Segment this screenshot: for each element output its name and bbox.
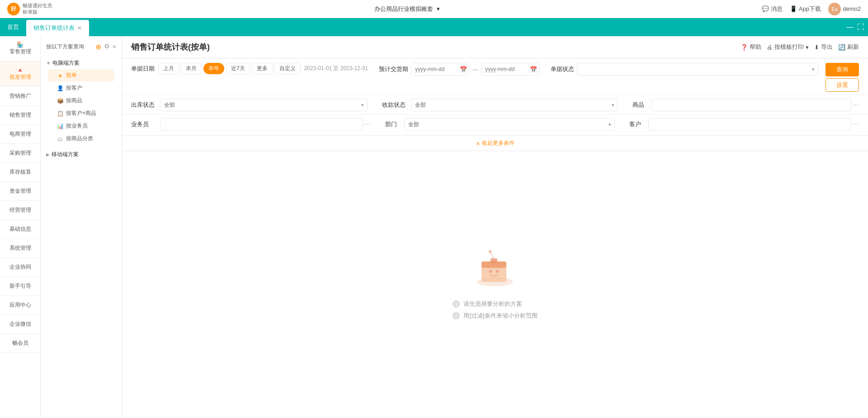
collapse-bar[interactable]: ∧ 收起更多条件 [122, 136, 868, 151]
empty-state: 1 请先选择要分析的方案 2 用[过滤]条件来缩小分析范围 [122, 151, 868, 418]
by-product-icon: 📦 [57, 98, 63, 104]
salesperson-input-wrap: ··· [160, 118, 371, 131]
date-buttons: 上月 本月 本年 近7天 更多 自定义 [158, 63, 301, 74]
chevron-down-icon: ▾ [437, 5, 440, 12]
scheme-by-customer[interactable]: 👤 按客户 [48, 82, 114, 94]
customer-label: 客户 [629, 120, 643, 128]
salesperson-dots-btn[interactable]: ··· [365, 120, 371, 128]
department-select[interactable]: 全部 [404, 118, 615, 131]
collapse-label: 收起更多条件 [482, 139, 514, 147]
expected-end-input[interactable] [481, 63, 540, 76]
sidebar-item-app-center[interactable]: 应用中心 [0, 296, 40, 315]
empty-hint-2: 2 用[过滤]条件来缩小分析范围 [453, 312, 537, 320]
scheme-by-order[interactable]: ● 按单 [48, 69, 114, 81]
delivery-status-select[interactable]: 全部 未出库 部分出库 已出库 [160, 99, 368, 111]
tab-home[interactable]: 首页 [0, 18, 26, 36]
scheme-by-product-cat[interactable]: 🗂 按商品分类 [48, 133, 114, 145]
pc-group-title[interactable]: ▼ 电脑端方案 [46, 57, 116, 69]
scheme-tree: ▼ 电脑端方案 ● 按单 👤 按客户 📦 按商品 [41, 54, 122, 164]
doc-status-select[interactable]: 全部 草稿 审核中 已审核 [577, 63, 818, 76]
settings-btn[interactable]: 设置 [826, 78, 859, 92]
refresh-btn[interactable]: 🔄 刷新 [838, 43, 859, 51]
sidebar-item-marketing[interactable]: 营销推广 [0, 87, 40, 106]
page-actions: ❓ 帮助 🖨 按模板打印 ▾ ⬇ 导出 🔄 刷新 [741, 43, 859, 51]
scheme-by-product[interactable]: 📦 按商品 [48, 95, 114, 107]
logo-area: 好 畅捷通好生意 标准版 [7, 3, 52, 15]
tab-maximize-btn[interactable]: ⛶ [857, 23, 864, 31]
workspace-selector[interactable]: 办公用品行业模拟账套 ▾ [374, 5, 440, 13]
salesperson-input[interactable] [160, 118, 363, 131]
customer-input[interactable] [648, 118, 851, 131]
sidebar-item-sales[interactable]: 销售管理 [0, 106, 40, 125]
customer-input-wrap: ··· [648, 118, 859, 131]
tab-bar-actions: — ⛶ [846, 23, 864, 31]
customer-dots-btn[interactable]: ··· [853, 120, 859, 128]
empty-hint-list: 1 请先选择要分析的方案 2 用[过滤]条件来缩小分析范围 [453, 300, 537, 323]
svg-point-7 [489, 250, 491, 253]
sidebar-item-member[interactable]: 畅会员 [0, 334, 40, 353]
sidebar-item-wechat[interactable]: 企业微信 [0, 315, 40, 334]
add-scheme-btn[interactable]: ⊕ [95, 43, 101, 51]
empty-illustration [468, 246, 522, 291]
more-btn[interactable]: 更多 [252, 63, 273, 74]
sidebar-item-system[interactable]: 系统管理 [0, 239, 40, 258]
product-label: 商品 [632, 101, 646, 109]
export-btn[interactable]: ⬇ 导出 [814, 43, 833, 51]
page-title: 销售订单统计表(按单) [131, 42, 210, 52]
query-btn[interactable]: 查询 [826, 63, 859, 76]
svg-point-5 [496, 270, 499, 273]
collapse-panel-btn[interactable]: « [113, 43, 116, 51]
product-dots-btn[interactable]: ··· [853, 101, 859, 109]
sidebar-item-newbie[interactable]: 新手引导 [0, 277, 40, 296]
user-avatar-area[interactable]: Ea demo2 [828, 3, 861, 15]
salesperson-label: 业务员 [131, 120, 155, 128]
help-btn[interactable]: ❓ 帮助 [741, 43, 761, 51]
custom-btn[interactable]: 自定义 [274, 63, 301, 74]
retail-icon: 🏪 [4, 42, 37, 48]
tab-close-icon[interactable]: ✕ [77, 25, 82, 31]
doc-status-select-wrap: 全部 草稿 审核中 已审核 [577, 63, 818, 76]
message-btn[interactable]: 💬 消息 [762, 5, 783, 13]
settings-scheme-btn[interactable]: ⚙ [104, 43, 110, 51]
sidebar-item-retail[interactable]: 🏪 零售管理 [0, 36, 40, 62]
sidebar-item-basic[interactable]: 基础信息 [0, 220, 40, 239]
payment-status-select[interactable]: 全部 未收款 部分收款 已收款 [411, 99, 618, 111]
by-customer-icon: 👤 [57, 85, 63, 91]
refresh-icon: 🔄 [838, 44, 845, 51]
sidebar: 🏪 零售管理 🔺 批发管理 营销推广 销售管理 电商管理 采购管理 库存核算 资… [0, 36, 41, 418]
tab-sales-order-stat[interactable]: 销售订单统计表 ✕ [26, 20, 89, 36]
tab-minimize-btn[interactable]: — [846, 23, 854, 31]
last-7-days-btn[interactable]: 近7天 [226, 63, 250, 74]
top-bar-right: 💬 消息 📱 App下载 Ea demo2 [762, 3, 861, 15]
scheme-by-cust-prod[interactable]: 📋 按客户+商品 [48, 107, 114, 119]
print-icon: 🖨 [767, 44, 773, 51]
expected-start-input[interactable] [411, 63, 470, 76]
by-salesperson-icon: 📊 [57, 123, 63, 129]
last-month-btn[interactable]: 上月 [158, 63, 179, 74]
mobile-group-title[interactable]: ▶ 移动端方案 [46, 149, 116, 160]
expected-date-label: 预计交货期 [379, 65, 408, 73]
app-download-btn[interactable]: 📱 App下载 [790, 5, 821, 13]
sidebar-item-purchase[interactable]: 采购管理 [0, 144, 40, 163]
expand-icon: ▼ [46, 61, 51, 66]
tab-bar: 首页 销售订单统计表 ✕ — ⛶ [0, 18, 868, 36]
expected-end-wrap: 📅 [481, 63, 540, 76]
by-product-cat-icon: 🗂 [57, 136, 63, 142]
this-month-btn[interactable]: 本月 [181, 63, 202, 74]
sidebar-item-enterprise[interactable]: 企业协同 [0, 258, 40, 277]
sidebar-item-inventory[interactable]: 库存核算 [0, 163, 40, 182]
department-label: 部门 [385, 120, 399, 128]
sidebar-item-operation[interactable]: 经营管理 [0, 201, 40, 220]
sidebar-item-ecom[interactable]: 电商管理 [0, 125, 40, 144]
sidebar-item-finance[interactable]: 资金管理 [0, 182, 40, 201]
sidebar-item-wholesale[interactable]: 🔺 批发管理 [0, 62, 40, 87]
print-btn[interactable]: 🖨 按模板打印 ▾ [767, 43, 809, 51]
scheme-by-salesperson[interactable]: 📊 按业务员 [48, 120, 114, 132]
expected-start-wrap: 📅 [411, 63, 470, 76]
this-year-btn[interactable]: 本年 [203, 63, 224, 74]
message-icon: 💬 [762, 5, 769, 12]
left-panel-title: 按以下方案查询 [46, 43, 84, 51]
download-icon: 📱 [790, 5, 797, 12]
print-chevron-icon: ▾ [806, 44, 809, 51]
product-input[interactable] [651, 99, 851, 111]
